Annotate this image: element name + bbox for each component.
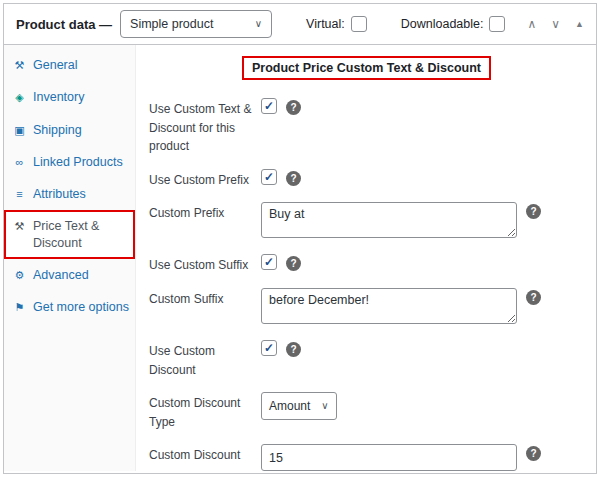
wrench-icon: ⚒ bbox=[13, 218, 26, 233]
sidebar-item-inventory[interactable]: ◈ Inventory bbox=[4, 81, 135, 113]
custom-discount-input[interactable] bbox=[261, 444, 517, 471]
help-icon[interactable]: ? bbox=[526, 446, 541, 461]
custom-suffix-textarea[interactable]: before December! bbox=[261, 288, 517, 324]
field-row-custom-discount: Custom Discount ? bbox=[149, 444, 584, 471]
product-type-value: Simple product bbox=[130, 17, 213, 31]
field-row-custom-prefix: Custom Prefix Buy at ? bbox=[149, 202, 584, 238]
metabox-title: Product data — bbox=[16, 17, 112, 32]
sidebar-item-advanced[interactable]: ⚙ Advanced bbox=[4, 259, 135, 291]
check-icon: ✓ bbox=[264, 99, 274, 113]
metabox-header: Product data — Simple product ∨ Virtual:… bbox=[4, 4, 596, 45]
help-icon[interactable]: ? bbox=[526, 290, 541, 305]
downloadable-label: Downloadable: bbox=[401, 17, 484, 31]
field-label: Custom Suffix bbox=[149, 288, 261, 324]
panel-title: Product Price Custom Text & Discount bbox=[242, 56, 491, 80]
field-label: Custom Discount bbox=[149, 444, 261, 471]
price-text-discount-panel: Product Price Custom Text & Discount Use… bbox=[136, 45, 596, 471]
field-label: Custom Prefix bbox=[149, 202, 261, 238]
sidebar-item-label: Price Text & Discount bbox=[33, 218, 130, 251]
discount-type-value: Amount bbox=[269, 399, 310, 413]
use-custom-suffix-checkbox[interactable]: ✓ bbox=[261, 254, 277, 270]
metabox-controls: ∧ ∨ ▲ bbox=[527, 18, 584, 30]
list-icon: ≡ bbox=[13, 186, 26, 201]
metabox-body: ⚒ General ◈ Inventory ▣ Shipping ∞ Linke… bbox=[4, 45, 596, 471]
help-icon[interactable]: ? bbox=[286, 342, 301, 357]
move-up-icon[interactable]: ∧ bbox=[527, 18, 536, 30]
sidebar-item-shipping[interactable]: ▣ Shipping bbox=[4, 114, 135, 146]
field-row-use-custom-discount: Use Custom Discount ✓ ? bbox=[149, 340, 584, 379]
sidebar-item-linked-products[interactable]: ∞ Linked Products bbox=[4, 146, 135, 178]
sidebar-item-attributes[interactable]: ≡ Attributes bbox=[4, 178, 135, 210]
truck-icon: ▣ bbox=[13, 122, 26, 137]
custom-prefix-textarea[interactable]: Buy at bbox=[261, 202, 517, 238]
field-row-use-custom-text: Use Custom Text & Discount for this prod… bbox=[149, 98, 584, 156]
sidebar-item-label: Inventory bbox=[33, 89, 84, 105]
field-row-custom-suffix: Custom Suffix before December! ? bbox=[149, 288, 584, 324]
toggle-panel-icon[interactable]: ▲ bbox=[575, 20, 584, 29]
check-icon: ✓ bbox=[264, 170, 274, 184]
product-type-select[interactable]: Simple product ∨ bbox=[120, 10, 272, 38]
product-data-metabox: Product data — Simple product ∨ Virtual:… bbox=[3, 3, 597, 474]
sidebar-item-label: General bbox=[33, 57, 77, 73]
sidebar-item-general[interactable]: ⚒ General bbox=[4, 49, 135, 81]
virtual-label: Virtual: bbox=[306, 17, 345, 31]
field-row-use-custom-prefix: Use Custom Prefix ✓ ? bbox=[149, 169, 584, 190]
check-icon: ✓ bbox=[264, 341, 274, 355]
field-label: Use Custom Discount bbox=[149, 340, 261, 379]
sidebar-item-get-more-options[interactable]: ⚑ Get more options bbox=[4, 291, 135, 323]
field-label: Use Custom Suffix bbox=[149, 254, 261, 275]
field-label: Use Custom Text & Discount for this prod… bbox=[149, 98, 261, 156]
virtual-field: Virtual: bbox=[306, 16, 367, 32]
field-label: Custom Discount Type bbox=[149, 392, 261, 431]
chevron-down-icon: ∨ bbox=[255, 19, 262, 29]
help-icon[interactable]: ? bbox=[286, 256, 301, 271]
field-label: Use Custom Prefix bbox=[149, 169, 261, 190]
sidebar-item-label: Advanced bbox=[33, 267, 89, 283]
help-icon[interactable]: ? bbox=[526, 204, 541, 219]
sidebar-item-label: Attributes bbox=[33, 186, 86, 202]
downloadable-checkbox[interactable] bbox=[489, 16, 505, 32]
sidebar-item-label: Shipping bbox=[33, 122, 82, 138]
link-icon: ∞ bbox=[13, 154, 26, 169]
sidebar-item-label: Get more options bbox=[33, 299, 129, 315]
sidebar-item-label: Linked Products bbox=[33, 154, 123, 170]
help-icon[interactable]: ? bbox=[286, 100, 301, 115]
gear-icon: ⚙ bbox=[13, 267, 26, 282]
check-icon: ✓ bbox=[264, 255, 274, 269]
chevron-down-icon: ∨ bbox=[321, 401, 328, 411]
virtual-checkbox[interactable] bbox=[351, 16, 367, 32]
field-row-custom-discount-type: Custom Discount Type Amount ∨ bbox=[149, 392, 584, 431]
custom-discount-type-select[interactable]: Amount ∨ bbox=[261, 392, 337, 420]
downloadable-field: Downloadable: bbox=[401, 16, 506, 32]
use-custom-text-checkbox[interactable]: ✓ bbox=[261, 98, 277, 114]
megaphone-icon: ⚑ bbox=[13, 299, 26, 314]
use-custom-prefix-checkbox[interactable]: ✓ bbox=[261, 169, 277, 185]
wrench-icon: ⚒ bbox=[13, 57, 26, 72]
move-down-icon[interactable]: ∨ bbox=[551, 18, 560, 30]
sidebar-item-price-text-discount[interactable]: ⚒ Price Text & Discount bbox=[4, 210, 135, 259]
inventory-icon: ◈ bbox=[13, 89, 26, 104]
field-row-use-custom-suffix: Use Custom Suffix ✓ ? bbox=[149, 254, 584, 275]
help-icon[interactable]: ? bbox=[286, 171, 301, 186]
product-data-tabs: ⚒ General ◈ Inventory ▣ Shipping ∞ Linke… bbox=[4, 45, 136, 471]
use-custom-discount-checkbox[interactable]: ✓ bbox=[261, 340, 277, 356]
